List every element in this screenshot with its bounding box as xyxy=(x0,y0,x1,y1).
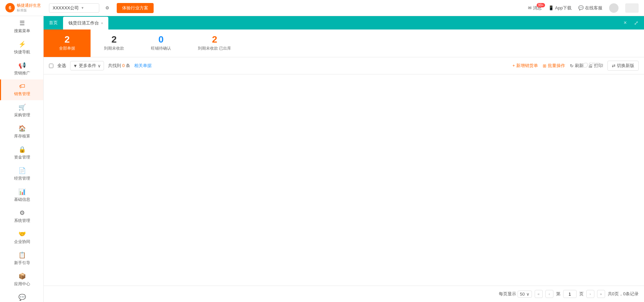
sidebar-item-app-center[interactable]: 📦 应用中心 xyxy=(0,269,43,290)
batch-label: 批量操作 xyxy=(548,63,565,69)
purchase-icon: 🛒 xyxy=(18,104,26,111)
stat-card-overdue[interactable]: 2 到期未收款 xyxy=(91,29,138,57)
sidebar-item-purchase[interactable]: 🛒 采购管理 xyxy=(0,100,43,121)
sidebar: ☰ 搜索菜单 ⚡ 快捷导航 📢 营销推广 🏷 销售管理 🛒 采购管理 🏠 库存核… xyxy=(0,16,44,302)
filter-arrow-icon: ∨ xyxy=(98,63,101,68)
sidebar-item-system[interactable]: ⚙ 系统管理 xyxy=(0,206,43,227)
per-page-value: 50 xyxy=(520,292,525,297)
tab-home[interactable]: 首页 xyxy=(44,16,63,29)
next-page-button[interactable]: › xyxy=(586,290,594,298)
main-layout: ☰ 搜索菜单 ⚡ 快捷导航 📢 营销推广 🏷 销售管理 🛒 采购管理 🏠 库存核… xyxy=(0,16,644,302)
page-size-select: 每页显示 50 ∨ xyxy=(499,291,532,298)
tab-home-label: 首页 xyxy=(49,20,58,26)
app-center-icon: 📦 xyxy=(18,273,26,280)
page-number-input[interactable] xyxy=(563,290,577,298)
logo-area: 6 畅捷通好生意 标准版 xyxy=(5,3,49,12)
page-content: 2 全部单据 2 到期未收款 0 旺铺待确认 2 到期未收款 已出库 xyxy=(44,29,644,302)
stat-num-overdue: 2 xyxy=(111,34,117,45)
stat-label-wangpu: 旺铺待确认 xyxy=(151,46,171,51)
logo-text: 畅捷通好生意 xyxy=(17,3,41,8)
print-icon: 🖨 xyxy=(588,63,593,68)
tab-minimize-button[interactable]: × xyxy=(621,19,629,27)
batch-icon: ⊞ xyxy=(543,63,546,68)
found-unit: 条 xyxy=(126,63,130,68)
online-service-button[interactable]: 💬 在线客服 xyxy=(578,5,602,11)
tab-work-bench[interactable]: 钱货日清工作台 × xyxy=(63,17,108,29)
sidebar-item-marketing[interactable]: 📢 营销推广 xyxy=(0,58,43,79)
system-icon: ⚙ xyxy=(19,209,25,217)
stat-card-all[interactable]: 2 全部单据 xyxy=(44,29,91,57)
prev-page-button[interactable]: ‹ xyxy=(545,290,553,298)
content-area: 首页 钱货日清工作台 × × ⤢ 2 全部单据 2 到期未收款 xyxy=(44,16,644,302)
enterprise-icon: 🤝 xyxy=(18,230,26,238)
toolbar-right: + 新增销货单 ⊞ 批量操作 ↻ 刷新 🖨 打印 ⇄ xyxy=(513,61,639,71)
message-button[interactable]: ✉ 消息 99+ xyxy=(528,5,542,11)
add-sales-order-button[interactable]: + 新增销货单 xyxy=(513,63,538,69)
sidebar-item-capital[interactable]: 🔒 资金管理 xyxy=(0,142,43,164)
filter-button[interactable]: ▼ 更多条件 ∨ xyxy=(70,61,104,70)
sidebar-item-sales[interactable]: 🏷 销售管理 xyxy=(0,79,43,100)
app-download-icon: 📱 xyxy=(548,5,554,10)
app-download-button[interactable]: 📱 App下载 xyxy=(548,5,572,11)
inventory-icon: 🏠 xyxy=(18,125,26,132)
switch-version-button[interactable]: ⇄ 切换新版 xyxy=(607,61,639,71)
sidebar-item-inventory[interactable]: 🏠 库存核算 xyxy=(0,121,43,142)
page-suffix: 页 xyxy=(579,291,584,297)
guide-icon: 📋 xyxy=(18,251,26,259)
total-records-label: 共0页，0条记录 xyxy=(608,291,639,297)
sidebar-item-operations[interactable]: 📄 经营管理 xyxy=(0,164,43,185)
sidebar-item-label: 新手引导 xyxy=(14,260,30,266)
operations-icon: 📄 xyxy=(18,167,26,174)
sidebar-item-quick-nav[interactable]: ⚡ 快捷导航 xyxy=(0,37,43,58)
refresh-label: 刷新 xyxy=(575,63,584,69)
sidebar-item-enterprise-wechat[interactable]: 💬 企业微信 xyxy=(0,290,43,302)
message-icon: ✉ xyxy=(528,5,532,10)
user-name-area[interactable] xyxy=(625,3,639,13)
settings-button[interactable]: ⚙ xyxy=(102,3,113,13)
batch-operations-button[interactable]: ⊞ 批量操作 xyxy=(543,63,565,69)
avatar[interactable] xyxy=(609,3,619,13)
print-label: 打印 xyxy=(594,63,603,69)
sidebar-item-basic[interactable]: 📊 基础信息 xyxy=(0,185,43,206)
stat-num-wangpu: 0 xyxy=(158,34,164,45)
related-orders-link[interactable]: 相关单据 xyxy=(134,63,152,69)
stat-card-wangpu[interactable]: 0 旺铺待确认 xyxy=(138,29,184,57)
search-menu-icon: ☰ xyxy=(19,19,25,27)
stat-card-overdue-out[interactable]: 2 到期未收款 已出库 xyxy=(184,29,245,57)
capital-icon: 🔒 xyxy=(18,146,26,153)
company-arrow-icon: ▼ xyxy=(81,6,84,10)
page-prefix: 第 xyxy=(556,291,560,297)
found-prefix: 共找到 xyxy=(108,63,121,68)
tab-close-icon[interactable]: × xyxy=(101,21,103,25)
sidebar-item-label: 快捷导航 xyxy=(14,49,30,55)
sidebar-item-guide[interactable]: 📋 新手引导 xyxy=(0,248,43,269)
sidebar-item-label: 销售管理 xyxy=(14,91,30,97)
switch-label: 切换新版 xyxy=(617,63,634,69)
tab-maximize-button[interactable]: ⤢ xyxy=(632,19,640,27)
sidebar-item-label: 企业协同 xyxy=(14,239,30,245)
refresh-icon: ↻ xyxy=(570,63,574,68)
company-selector[interactable]: XXXXXX公司 ▼ xyxy=(49,3,99,13)
tab-work-bench-label: 钱货日清工作台 xyxy=(68,20,99,26)
found-text: 共找到 0 条 xyxy=(108,63,130,69)
refresh-button[interactable]: ↻ 刷新 xyxy=(570,63,584,69)
per-page-label: 每页显示 xyxy=(499,291,516,297)
online-service-icon: 💬 xyxy=(578,5,584,10)
sidebar-item-label: 资金管理 xyxy=(14,155,30,160)
last-page-button[interactable]: » xyxy=(597,290,605,298)
stats-row: 2 全部单据 2 到期未收款 0 旺铺待确认 2 到期未收款 已出库 xyxy=(44,29,644,57)
sidebar-item-label: 采购管理 xyxy=(14,112,30,118)
stat-num-overdue-out: 2 xyxy=(212,34,217,45)
first-page-button[interactable]: « xyxy=(535,290,543,298)
filter-label: 更多条件 xyxy=(79,63,96,69)
sidebar-item-enterprise[interactable]: 🤝 企业协同 xyxy=(0,227,43,248)
experience-button[interactable]: 体验行业方案 xyxy=(117,3,154,13)
stat-label-overdue-out: 到期未收款 已出库 xyxy=(198,46,231,51)
toolbar: 全选 ▼ 更多条件 ∨ 共找到 0 条 相关单据 + 新增销货单 ⊞ 批量操作 xyxy=(44,57,644,74)
sales-icon: 🏷 xyxy=(19,83,25,90)
logo-icon: 6 xyxy=(5,3,15,12)
sidebar-item-search-menu[interactable]: ☰ 搜索菜单 xyxy=(0,16,43,37)
print-button[interactable]: 🖨 打印 xyxy=(588,63,603,69)
page-size-dropdown[interactable]: 50 ∨ xyxy=(518,291,532,298)
select-all-checkbox[interactable] xyxy=(49,64,53,68)
